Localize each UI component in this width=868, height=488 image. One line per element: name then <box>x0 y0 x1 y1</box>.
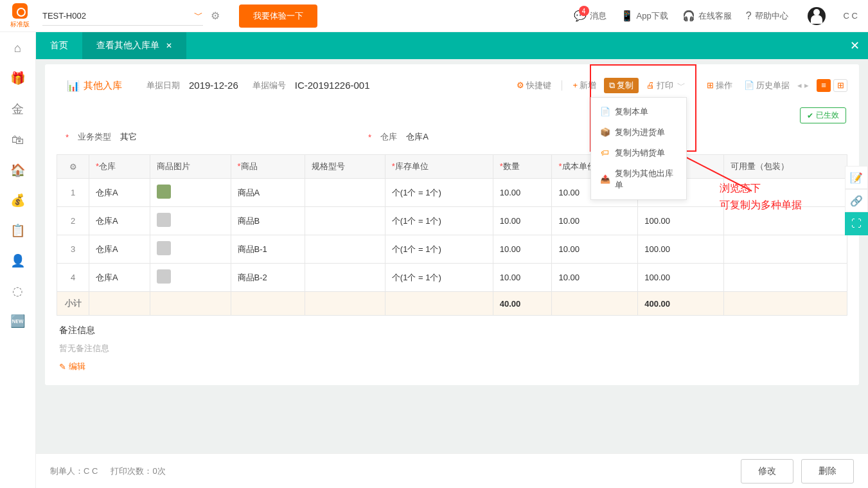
cell-image <box>150 179 231 207</box>
modify-button[interactable]: 修改 <box>741 459 793 483</box>
gear-icon: ⚙ <box>517 80 524 90</box>
cell-product: 商品A <box>231 179 305 207</box>
shortcut-button[interactable]: ⚙快捷键 <box>513 78 555 93</box>
th-qty: *数量 <box>493 155 552 179</box>
dropdown-copy-sales[interactable]: 🏷复制为销货单 <box>591 143 686 163</box>
history-button[interactable]: 📄历史单据 <box>740 78 793 93</box>
required-mark: * <box>368 132 371 142</box>
close-icon[interactable]: ✕ <box>166 41 172 50</box>
nav-house-icon[interactable]: 🏠 <box>10 163 26 177</box>
document-toolbar: ⚙快捷键 +新增 ⧉复制 🖨打印﹀ ⊞操作 📄历史单据 ◂ ▸ ≡ ⊞ <box>513 78 847 93</box>
float-expand-button[interactable]: ⛶ <box>845 212 868 235</box>
username: C C <box>844 11 858 21</box>
tab-label: 查看其他入库单 <box>96 40 159 51</box>
cell-available <box>724 235 847 264</box>
dropdown-copy-outbound[interactable]: 📤复制为其他出库单 <box>591 163 686 195</box>
avatar[interactable] <box>808 7 826 25</box>
view-toggle: ≡ ⊞ <box>817 79 847 92</box>
product-thumb <box>157 241 171 255</box>
online-service-label: 在线客服 <box>698 10 732 22</box>
prev-record-button[interactable]: ◂ <box>797 80 802 90</box>
doc-date-value: 2019-12-26 <box>189 80 238 91</box>
doc-no-value: IC-20191226-001 <box>295 80 370 91</box>
nav-clipboard-icon[interactable]: 📋 <box>10 223 26 238</box>
dropdown-copy-self[interactable]: 📄复制本单 <box>591 102 686 122</box>
table-row[interactable]: 3仓库A商品B-1个(1个 = 1个)10.0010.00100.00 <box>57 235 847 264</box>
dropdown-copy-purchase[interactable]: 📦复制为进货单 <box>591 122 686 143</box>
edit-remarks-button[interactable]: ✎编辑 <box>59 361 85 372</box>
doc-no-label: 单据编号 <box>252 80 286 91</box>
remarks-title: 备注信息 <box>59 325 845 336</box>
cell-warehouse: 仓库A <box>89 207 150 235</box>
headset-icon: 🎧 <box>682 10 695 22</box>
warehouse-field: * 仓库 仓库A <box>368 131 429 143</box>
help-center-label: 帮助中心 <box>755 10 788 22</box>
phone-icon: 📱 <box>621 10 633 22</box>
operate-button[interactable]: ⊞操作 <box>703 78 736 93</box>
check-icon: ✔ <box>807 111 813 120</box>
table-header-row: ⚙ *仓库 商品图片 *商品 规格型号 *库存单位 *数量 *成本单价 *成本金… <box>57 155 847 179</box>
cell-spec <box>305 179 385 207</box>
tab-bar: 首页 查看其他入库单 ✕ ✕ <box>36 32 868 59</box>
copy-button[interactable]: ⧉复制 <box>604 78 639 93</box>
nav-home-icon[interactable]: ⌂ <box>14 41 21 55</box>
cell-qty: 10.00 <box>493 264 552 292</box>
close-all-tabs-button[interactable]: ✕ <box>841 32 868 59</box>
settings-icon[interactable]: ⚙ <box>211 10 220 22</box>
row-index: 3 <box>57 235 89 264</box>
form-row: * 业务类型 其它 * 仓库 仓库A <box>45 127 859 154</box>
chevron-down-icon: ﹀ <box>194 10 203 21</box>
table-row[interactable]: 4仓库A商品B-2个(1个 = 1个)10.0010.00100.00 <box>57 264 847 292</box>
cell-product: 商品B-2 <box>231 264 305 292</box>
required-mark: * <box>66 132 69 142</box>
float-link-button[interactable]: 🔗 <box>845 189 868 212</box>
nav-person-icon[interactable]: 👤 <box>10 253 26 268</box>
copy-dropdown: 📄复制本单 📦复制为进货单 🏷复制为销货单 📤复制为其他出库单 <box>590 97 687 200</box>
org-selector[interactable]: TEST-H002 ﹀ <box>42 6 203 26</box>
print-button[interactable]: 🖨打印﹀ <box>642 78 689 93</box>
th-warehouse: *仓库 <box>89 155 150 179</box>
th-unit: *库存单位 <box>385 155 493 179</box>
cell-amount: 100.00 <box>638 264 724 292</box>
experience-button[interactable]: 我要体验一下 <box>239 5 317 28</box>
online-service-link[interactable]: 🎧 在线客服 <box>682 10 732 22</box>
next-record-button[interactable]: ▸ <box>804 80 809 90</box>
nav-money-icon[interactable]: 💰 <box>10 193 26 208</box>
th-image: 商品图片 <box>150 155 231 179</box>
biz-type-value: 其它 <box>120 131 137 143</box>
top-header: 标准版 TEST-H002 ﹀ ⚙ 我要体验一下 💬 消息 4 📱 App下载 … <box>0 0 868 32</box>
float-note-button[interactable]: 📝 <box>845 166 868 189</box>
annotation-text: 浏览态下 可复制为多种单据 <box>720 180 802 213</box>
chevron-down-icon: ﹀ <box>677 80 686 91</box>
cell-product: 商品B <box>231 207 305 235</box>
app-download-link[interactable]: 📱 App下载 <box>621 10 668 22</box>
remarks-empty-text: 暂无备注信息 <box>59 343 845 354</box>
add-button[interactable]: +新增 <box>569 78 600 93</box>
tab-home[interactable]: 首页 <box>36 32 82 59</box>
document-title: 其他入库 <box>84 80 122 92</box>
row-index: 2 <box>57 207 89 235</box>
tab-view-other-inbound[interactable]: 查看其他入库单 ✕ <box>82 32 186 59</box>
cell-qty: 10.00 <box>493 235 552 264</box>
status-row: ✔已生效 <box>45 98 859 127</box>
messages-link[interactable]: 💬 消息 4 <box>574 10 607 22</box>
nav-gift-icon[interactable]: 🎁 <box>10 71 26 86</box>
grid-icon: ⊞ <box>707 80 714 90</box>
help-center-link[interactable]: ? 帮助中心 <box>746 10 788 22</box>
copy-icon: ⧉ <box>609 80 615 91</box>
nav-new-icon[interactable]: 🆕 <box>10 314 26 329</box>
th-gear[interactable]: ⚙ <box>57 155 89 179</box>
nav-store-icon[interactable]: ⾦ <box>12 101 24 118</box>
nav-sync-icon[interactable]: ◌ <box>12 284 23 298</box>
card-view-button[interactable]: ⊞ <box>833 79 847 92</box>
app-download-label: App下载 <box>637 10 668 22</box>
nav-bag-icon[interactable]: 🛍 <box>12 133 24 147</box>
doc-date-label: 单据日期 <box>146 80 180 91</box>
cell-qty: 10.00 <box>493 207 552 235</box>
record-nav: ◂ ▸ <box>797 80 809 90</box>
delete-button[interactable]: 删除 <box>801 459 854 483</box>
biz-type-field: * 业务类型 其它 <box>66 131 137 143</box>
cell-amount: 100.00 <box>638 207 724 235</box>
th-spec: 规格型号 <box>305 155 385 179</box>
list-view-button[interactable]: ≡ <box>817 79 831 92</box>
